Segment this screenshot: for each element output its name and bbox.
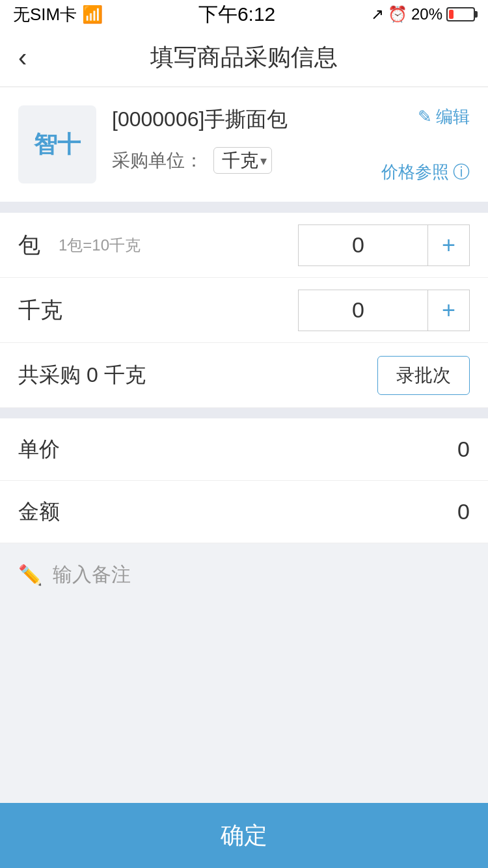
confirm-label: 确定 <box>221 820 267 852</box>
total-row: 共采购 0 千克 录批次 <box>0 343 488 408</box>
edit-icon: ✎ <box>418 107 432 127</box>
unit-price-value: 0 <box>457 437 470 462</box>
record-batch-button[interactable]: 录批次 <box>377 356 470 395</box>
location-icon: ↗ <box>371 5 384 23</box>
edit-label: 编辑 <box>436 105 470 128</box>
input-row-bao: 包 1包=10千克 + <box>0 213 488 278</box>
bao-input[interactable] <box>298 224 428 266</box>
status-left: 无SIM卡 📶 <box>13 3 103 26</box>
unit-select-wrapper[interactable]: 千克 包 <box>213 147 272 174</box>
back-button[interactable]: ‹ <box>18 43 27 72</box>
status-time: 下午6:12 <box>198 1 275 28</box>
bao-sublabel: 1包=10千克 <box>59 235 141 256</box>
battery-icon <box>446 7 475 21</box>
help-icon: ⓘ <box>453 161 470 183</box>
bao-label: 包 <box>18 230 40 260</box>
price-ref-label: 价格参照 <box>381 161 449 183</box>
kg-input-group: + <box>298 290 470 331</box>
section-divider-2 <box>0 408 488 418</box>
battery-pct: 20% <box>411 5 442 23</box>
product-name: [0000006]手撕面包 <box>112 105 470 134</box>
carrier-label: 无SIM卡 <box>13 3 77 26</box>
unit-label: 采购单位： <box>112 148 203 173</box>
input-row-kg: 千克 + <box>0 278 488 343</box>
unit-select[interactable]: 千克 包 <box>213 147 272 174</box>
bao-input-group: + <box>298 224 470 266</box>
kg-input[interactable] <box>298 290 428 331</box>
confirm-button[interactable]: 确定 <box>0 803 488 868</box>
product-logo: 智十 <box>34 129 81 161</box>
total-label: 共采购 0 千克 <box>18 361 377 390</box>
pencil-icon: ✏️ <box>18 563 42 586</box>
amount-row: 金额 0 <box>0 481 488 543</box>
product-card: 智十 [0000006]手撕面包 采购单位： 千克 包 ✎ 编辑 价格参照 ⓘ <box>0 87 488 202</box>
bao-plus-button[interactable]: + <box>428 224 470 266</box>
product-image: 智十 <box>18 105 96 183</box>
status-right: ↗ ⏰ 20% <box>371 5 475 23</box>
unit-price-row: 单价 0 <box>0 418 488 481</box>
page-title: 填写商品采购信息 <box>150 42 338 74</box>
kg-plus-button[interactable]: + <box>428 290 470 331</box>
remark-row: ✏️ 输入备注 <box>18 562 470 588</box>
remark-section[interactable]: ✏️ 输入备注 <box>0 543 488 726</box>
section-divider-1 <box>0 202 488 213</box>
content-spacer <box>0 726 488 791</box>
amount-label: 金额 <box>18 498 457 526</box>
wifi-icon: 📶 <box>82 5 103 25</box>
nav-bar: ‹ 填写商品采购信息 <box>0 29 488 87</box>
status-bar: 无SIM卡 📶 下午6:12 ↗ ⏰ 20% <box>0 0 488 29</box>
unit-price-label: 单价 <box>18 435 457 464</box>
remark-placeholder: 输入备注 <box>53 562 131 588</box>
price-section: 单价 0 金额 0 <box>0 418 488 543</box>
price-ref-button[interactable]: 价格参照 ⓘ <box>381 161 470 183</box>
alarm-icon: ⏰ <box>388 5 407 23</box>
input-section: 包 1包=10千克 + 千克 + 共采购 0 千克 录批次 <box>0 213 488 408</box>
amount-value: 0 <box>457 499 470 524</box>
kg-label: 千克 <box>18 295 62 325</box>
edit-button[interactable]: ✎ 编辑 <box>418 105 470 128</box>
